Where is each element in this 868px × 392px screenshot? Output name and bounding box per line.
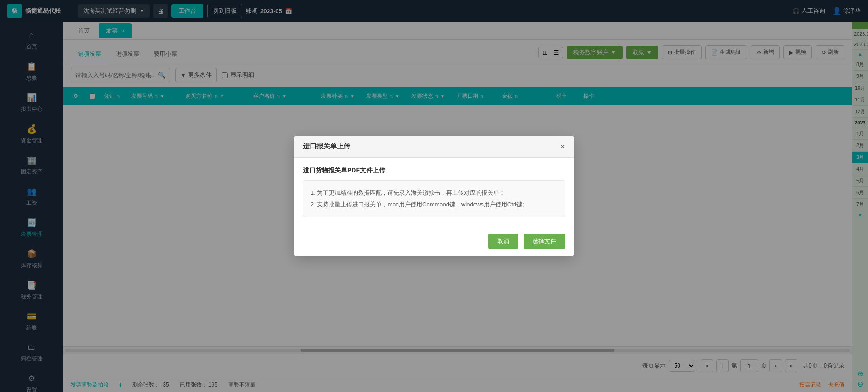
- modal-body: 进口货物报关单PDF文件上传 1. 为了更加精准的数据匹配，请先录入海关缴款书，…: [294, 158, 574, 226]
- modal-header: 进口报关单上传 ×: [294, 136, 574, 158]
- modal-select-file-button[interactable]: 选择文件: [524, 234, 565, 249]
- upload-note-1: 1. 为了更加精准的数据匹配，请先录入海关缴款书，再上传对应的报关单；: [311, 187, 557, 199]
- import-customs-modal: 进口报关单上传 × 进口货物报关单PDF文件上传 1. 为了更加精准的数据匹配，…: [294, 136, 574, 256]
- modal-close-button[interactable]: ×: [560, 143, 565, 151]
- upload-note-2: 2. 支持批量上传进口报关单，mac用户使用Command键，windows用户…: [311, 199, 557, 210]
- upload-section-title: 进口货物报关单PDF文件上传: [303, 167, 565, 175]
- modal-footer: 取消 选择文件: [294, 226, 574, 256]
- upload-notes: 1. 为了更加精准的数据匹配，请先录入海关缴款书，再上传对应的报关单； 2. 支…: [303, 180, 565, 217]
- modal-overlay[interactable]: 进口报关单上传 × 进口货物报关单PDF文件上传 1. 为了更加精准的数据匹配，…: [0, 0, 868, 392]
- modal-cancel-button[interactable]: 取消: [488, 234, 518, 249]
- modal-title: 进口报关单上传: [303, 142, 350, 151]
